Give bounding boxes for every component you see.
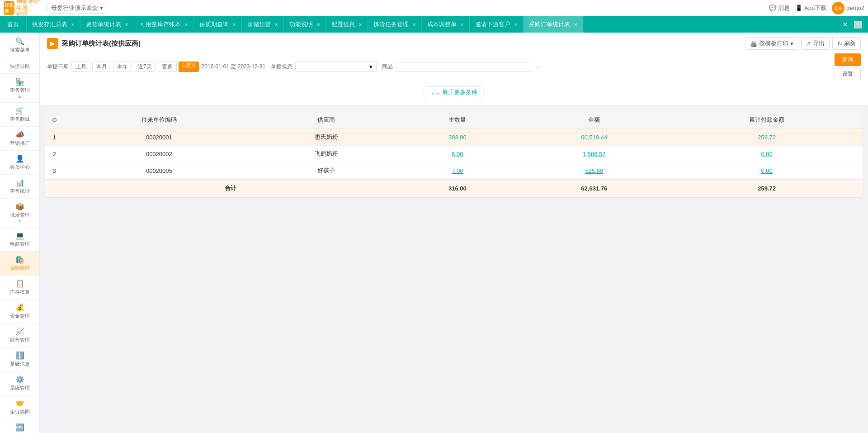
date-btn-last-month[interactable]: 上月 (71, 62, 90, 72)
row-qty[interactable]: 303.00 (397, 129, 517, 146)
close-icon[interactable]: ✕ (514, 22, 518, 27)
main-layout: 🔍 搜索菜单 快捷导航 🏪 零售管理 ▲ 🛒 零售商城 📣 营销推广 👤 会员中… (0, 33, 868, 433)
col-supplier: 供应商 (255, 111, 398, 129)
close-icon[interactable]: ✕ (359, 22, 362, 27)
basic-icon: ℹ️ (15, 351, 24, 360)
tab-caigou-active[interactable]: 采购订单统计表 ✕ (524, 16, 583, 33)
row-paid[interactable]: 0.00 (671, 162, 863, 180)
date-filter-group: 单据日期 上月 本月 本年 近7天 更多 自定义 2016-01-01 至 20… (47, 62, 265, 72)
retail-stats-label: 零售统计 (10, 188, 30, 195)
row-qty[interactable]: 6.00 (397, 146, 517, 162)
basic-label: 基础信息 (10, 361, 30, 367)
tab-home[interactable]: 首页 (0, 16, 27, 33)
date-label: 单据日期 (47, 63, 69, 71)
sidebar-item-retail-stats[interactable]: 📊 零售统计 (0, 175, 39, 199)
custom-badge[interactable]: 自定义 (179, 62, 199, 72)
close-icon[interactable]: ✕ (71, 22, 75, 27)
tab-gongneng[interactable]: 功能说明 ✕ (284, 16, 326, 33)
search-icon: 🔍 (15, 37, 24, 46)
retail-shop-label: 零售商城 (10, 116, 30, 123)
more-options-icon[interactable]: ··· (536, 63, 542, 71)
marketing-label: 营销推广 (10, 140, 30, 147)
export-button[interactable]: ↗ 导出 (801, 37, 830, 50)
sidebar-item-retail-shop[interactable]: 🛒 零售商城 (0, 103, 39, 127)
logo-icon: 好生意 (4, 1, 14, 15)
maximize-icon[interactable]: ⬜ (852, 19, 864, 30)
message-label: 消息 (778, 4, 790, 12)
inventory-icon: 📋 (15, 279, 24, 288)
refresh-button[interactable]: ↻ 刷新 (832, 37, 861, 50)
sidebar-item-retail-mgmt[interactable]: 🏪 零售管理 ▲ (0, 74, 39, 103)
row-amount[interactable]: 1,586.52 (517, 146, 671, 162)
tab-jianhuo[interactable]: 拣货任务管理 ✕ (368, 16, 422, 33)
sidebar-item-basic[interactable]: ℹ️ 基础信息 (0, 347, 39, 371)
purchase-icon: 🛍️ (15, 255, 24, 264)
status-label: 单据状态 (271, 63, 292, 71)
tab-baozhiqi[interactable]: 保质期查询 ✕ (194, 16, 242, 33)
close-icon[interactable]: ✕ (125, 22, 128, 27)
sidebar-item-inventory[interactable]: 📋 库存核算 (0, 276, 39, 300)
ecommerce-label: 电商管理 (10, 241, 30, 247)
sidebar-item-ecommerce[interactable]: 💻 电商管理 (0, 228, 39, 252)
close-icon[interactable]: ✕ (412, 22, 416, 27)
sidebar-item-member[interactable]: 👤 会员中心 (0, 151, 39, 175)
collapse-button[interactable]: ▶ (47, 38, 58, 49)
close-window-icon[interactable]: ✕ (840, 19, 850, 30)
date-buttons: 上月 本月 本年 近7天 更多 自定义 (71, 62, 199, 72)
sidebar-quick-nav[interactable]: 快捷导航 (0, 58, 39, 74)
sidebar-item-sys[interactable]: ⚙️ 系统管理 (0, 371, 39, 395)
close-icon[interactable]: ✕ (316, 22, 320, 27)
app-download-button[interactable]: 📱 App下载 (795, 4, 826, 12)
expand-more-button[interactable]: ⌄⌄ 展开更多条件 (423, 86, 485, 98)
print-button[interactable]: 🖨️ 按模板打印 ▾ (745, 37, 798, 50)
tab-chengben[interactable]: 成本调整单 ✕ (422, 16, 470, 33)
footer-empty (45, 179, 63, 197)
tab-keyongliang[interactable]: 可用量库存账本 ✕ (134, 16, 194, 33)
close-icon[interactable]: ✕ (232, 22, 236, 27)
close-icon[interactable]: ✕ (460, 22, 464, 27)
row-paid[interactable]: 0.00 (671, 146, 863, 162)
sidebar-item-purchase[interactable]: 🛍️ 采购管理 (0, 252, 39, 276)
sidebar: 🔍 搜索菜单 快捷导航 🏪 零售管理 ▲ 🛒 零售商城 📣 营销推广 👤 会员中… (0, 33, 40, 433)
sidebar-item-ops[interactable]: 📈 经营管理 (0, 324, 39, 347)
date-btn-more[interactable]: 更多 (158, 62, 177, 72)
sidebar-search-button[interactable]: 🔍 搜索菜单 (0, 33, 39, 58)
message-button[interactable]: 💬 消息 (769, 4, 790, 12)
tab-label: 收发存汇总表 (32, 20, 67, 29)
close-icon[interactable]: ✕ (574, 22, 577, 27)
close-icon[interactable]: ✕ (274, 22, 278, 27)
query-button[interactable]: 查询 (835, 53, 861, 66)
sidebar-item-wholesale[interactable]: 📦 批发管理 ▾ (0, 199, 39, 228)
date-btn-this-month[interactable]: 本月 (92, 62, 111, 72)
export-icon: ↗ (806, 40, 811, 47)
col-code: 往来单位编码 (63, 111, 255, 129)
close-icon[interactable]: ✕ (184, 22, 188, 27)
row-amount[interactable]: 525.80 (517, 162, 671, 180)
footer-amount: 62,631.76 (517, 179, 671, 197)
date-btn-7days[interactable]: 近7天 (134, 62, 156, 72)
logo-line1: 畅捷通好生意 (16, 0, 43, 11)
sidebar-item-marketing[interactable]: 📣 营销推广 (0, 127, 39, 151)
filter-row-1: 单据日期 上月 本月 本年 近7天 更多 自定义 2016-01-01 至 20… (47, 53, 861, 80)
row-paid[interactable]: 259.72 (671, 129, 863, 146)
logo-area: 好生意 畅捷通好生意 标版 (4, 0, 43, 19)
sidebar-item-enterprise-collab[interactable]: 🤝 企业协同 (0, 395, 39, 419)
tab-shoufacun[interactable]: 收发存汇总表 ✕ (27, 16, 80, 33)
tab-yaoqing[interactable]: 邀请下游客户 ✕ (470, 16, 524, 33)
column-settings-icon[interactable]: ⚙ (52, 116, 57, 124)
row-qty[interactable]: 7.00 (397, 162, 517, 180)
goods-input[interactable] (396, 62, 531, 72)
sidebar-item-new-guide[interactable]: 🆕 新手引导 (0, 419, 39, 433)
date-btn-this-year[interactable]: 本年 (113, 62, 132, 72)
row-code: 00020001 (63, 129, 255, 146)
sidebar-item-finance[interactable]: 💰 资金管理 (0, 300, 39, 324)
settings-button[interactable]: 设置 (835, 68, 861, 80)
tab-chaochuyujing[interactable]: 超储预警 ✕ (242, 16, 284, 33)
status-select[interactable]: ▾ (295, 62, 377, 72)
workspace-selector[interactable]: 母婴行业演示账套 ▾ (47, 3, 107, 14)
user-avatar-area[interactable]: Ea demo2 (832, 2, 864, 14)
tab-peizhi[interactable]: 配置信息 ✕ (326, 16, 368, 33)
row-amount[interactable]: 60,519.44 (517, 129, 671, 146)
enterprise-icon: 🤝 (15, 399, 24, 408)
tab-yaohuo[interactable]: 要货单统计表 ✕ (80, 16, 134, 33)
